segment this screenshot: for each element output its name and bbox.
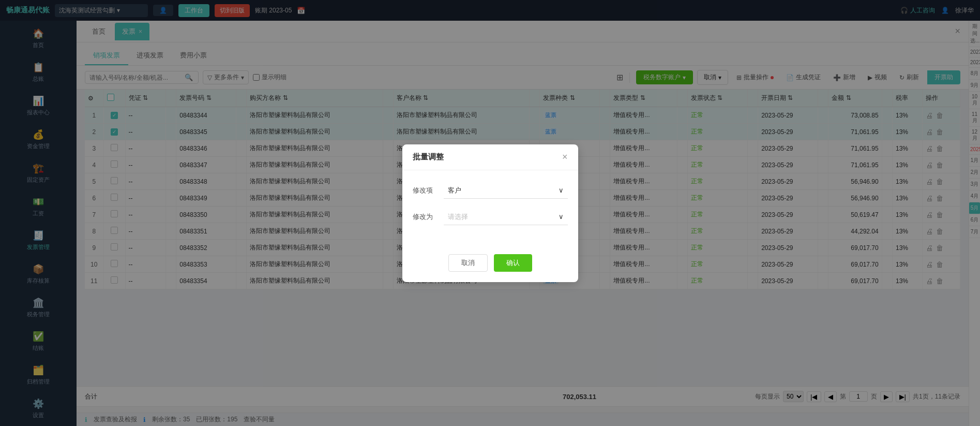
- modal-footer: 取消 确认: [402, 248, 578, 282]
- modify-field-label: 修改项: [413, 186, 444, 195]
- chevron-down-icon: ∨: [559, 186, 564, 194]
- modify-field-select[interactable]: 客户 ∨: [444, 183, 568, 199]
- modify-to-label: 修改为: [413, 212, 444, 222]
- modal-close-btn[interactable]: ×: [562, 152, 568, 163]
- modify-to-select[interactable]: 请选择 ∨: [444, 209, 568, 225]
- modal-body: 修改项 客户 ∨ 修改为 请选择 ∨: [402, 170, 578, 248]
- modal-overlay: 批量调整 × 修改项 客户 ∨ 修改为 请选择 ∨ 取消 确认: [0, 0, 980, 426]
- modal-header: 批量调整 ×: [402, 144, 578, 170]
- modal-cancel-btn[interactable]: 取消: [448, 254, 488, 272]
- chevron-down-icon: ∨: [559, 213, 564, 221]
- modal-title: 批量调整: [413, 152, 444, 162]
- batch-adjust-modal: 批量调整 × 修改项 客户 ∨ 修改为 请选择 ∨ 取消 确认: [402, 144, 578, 282]
- modify-field-row: 修改项 客户 ∨: [413, 183, 568, 199]
- modal-confirm-btn[interactable]: 确认: [494, 254, 532, 272]
- modify-to-row: 修改为 请选择 ∨: [413, 209, 568, 225]
